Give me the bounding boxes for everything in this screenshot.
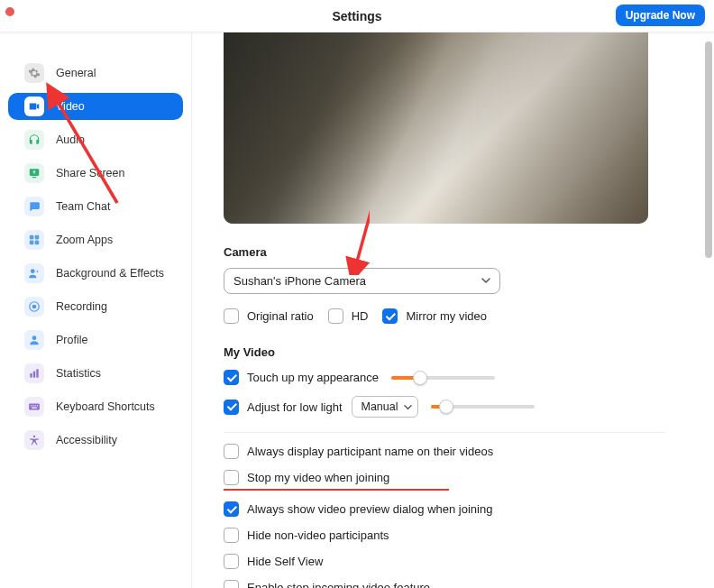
hd-checkbox[interactable]: HD: [328, 308, 369, 324]
sidebar-item-statistics[interactable]: Statistics: [8, 360, 183, 387]
svg-rect-1: [30, 235, 34, 240]
stats-icon: [24, 363, 44, 383]
option-label: Hide Self View: [247, 555, 323, 568]
annotation-underline: [224, 489, 449, 491]
video-icon: [24, 96, 44, 116]
sidebar-item-team-chat[interactable]: Team Chat: [8, 193, 183, 220]
sidebar-item-recording[interactable]: Recording: [8, 293, 183, 320]
window-title: Settings: [0, 9, 714, 23]
touch-up-slider[interactable]: [391, 376, 495, 380]
option-label: Always display participant name on their…: [247, 445, 493, 458]
sidebar-item-video[interactable]: Video: [8, 93, 183, 120]
chevron-down-icon: [481, 274, 490, 288]
svg-rect-14: [32, 405, 33, 406]
settings-sidebar: GeneralVideoAudioShare ScreenTeam ChatZo…: [0, 32, 192, 588]
sidebar-item-label: Statistics: [56, 367, 101, 380]
sidebar-item-label: Video: [56, 100, 85, 113]
original-ratio-label: Original ratio: [247, 309, 314, 323]
camera-heading: Camera: [224, 245, 682, 259]
sidebar-item-label: Team Chat: [56, 200, 110, 213]
keyboard-icon: [24, 397, 44, 417]
touch-up-label: Touch up my appearance: [247, 371, 379, 384]
chevron-down-icon: [404, 403, 412, 411]
chat-icon: [24, 197, 44, 216]
section-divider: [224, 432, 665, 433]
sidebar-item-share-screen[interactable]: Share Screen: [8, 160, 183, 187]
svg-point-5: [31, 269, 35, 273]
sidebar-item-keyboard-shortcuts[interactable]: Keyboard Shortcuts: [8, 393, 183, 420]
sidebar-item-label: Recording: [56, 300, 107, 313]
gear-icon: [24, 63, 44, 83]
screen-share-icon: [24, 163, 44, 183]
sidebar-item-profile[interactable]: Profile: [8, 326, 183, 354]
sidebar-item-label: Profile: [56, 334, 87, 346]
svg-point-7: [32, 305, 37, 309]
sidebar-item-zoom-apps[interactable]: Zoom Apps: [8, 226, 183, 253]
option-checkbox[interactable]: Always display participant name on their…: [224, 444, 493, 459]
option-label: Stop my video when joining: [247, 471, 389, 484]
window-close-dot[interactable]: [5, 7, 15, 16]
hd-label: HD: [352, 309, 369, 323]
low-light-checkbox[interactable]: Adjust for low light: [224, 400, 343, 415]
sidebar-item-audio[interactable]: Audio: [8, 126, 183, 153]
svg-rect-16: [37, 405, 38, 406]
option-label: Always show video preview dialog when jo…: [247, 502, 492, 516]
svg-rect-2: [35, 235, 40, 240]
content-scrollbar[interactable]: [705, 41, 712, 258]
sidebar-item-label: Share Screen: [56, 167, 124, 179]
original-ratio-checkbox[interactable]: Original ratio: [224, 308, 314, 324]
svg-rect-11: [36, 369, 38, 377]
touch-up-checkbox[interactable]: Touch up my appearance: [224, 370, 379, 385]
option-checkbox[interactable]: Always show video preview dialog when jo…: [224, 501, 492, 517]
low-light-mode-select[interactable]: Manual: [352, 396, 418, 418]
recording-icon: [24, 297, 44, 317]
low-light-label: Adjust for low light: [247, 400, 343, 414]
sidebar-item-general[interactable]: General: [8, 60, 183, 87]
sidebar-item-background-effects[interactable]: Background & Effects: [8, 260, 183, 287]
option-checkbox[interactable]: Enable stop incoming video feature: [224, 580, 430, 588]
svg-rect-17: [32, 408, 37, 409]
camera-select[interactable]: Sushan's iPhone Camera: [224, 268, 500, 294]
svg-rect-9: [30, 373, 32, 378]
svg-rect-15: [35, 405, 36, 406]
upgrade-button[interactable]: Upgrade Now: [616, 5, 705, 26]
sidebar-item-label: Accessibility: [56, 434, 117, 446]
accessibility-icon: [24, 430, 44, 450]
option-checkbox[interactable]: Hide non-video participants: [224, 528, 389, 543]
sidebar-item-label: Background & Effects: [56, 267, 164, 280]
svg-point-18: [33, 436, 35, 437]
svg-rect-4: [35, 241, 40, 245]
svg-rect-12: [29, 404, 40, 410]
svg-point-8: [32, 335, 37, 340]
sidebar-item-accessibility[interactable]: Accessibility: [8, 427, 183, 454]
sidebar-item-label: Audio: [56, 133, 85, 146]
headphones-icon: [24, 130, 44, 150]
sidebar-item-label: Zoom Apps: [56, 234, 113, 246]
close-dot-icon: [5, 7, 14, 16]
svg-rect-13: [31, 405, 32, 406]
option-checkbox[interactable]: Hide Self View: [224, 554, 323, 569]
my-video-heading: My Video: [224, 345, 682, 359]
video-preview: [224, 32, 648, 224]
option-label: Enable stop incoming video feature: [247, 581, 430, 588]
option-label: Hide non-video participants: [247, 528, 389, 542]
svg-rect-10: [33, 372, 35, 378]
profile-icon: [24, 330, 44, 350]
option-checkbox[interactable]: Stop my video when joining: [224, 470, 389, 485]
settings-content: Camera Sushan's iPhone Camera Original r…: [192, 32, 714, 588]
apps-icon: [24, 230, 44, 250]
low-light-slider[interactable]: [431, 405, 535, 409]
svg-rect-3: [30, 241, 34, 245]
effects-icon: [24, 263, 44, 283]
mirror-video-label: Mirror my video: [406, 309, 487, 323]
sidebar-item-label: Keyboard Shortcuts: [56, 400, 155, 413]
low-light-mode-value: Manual: [362, 400, 398, 413]
sidebar-item-label: General: [56, 67, 96, 79]
camera-select-value: Sushan's iPhone Camera: [233, 274, 366, 288]
mirror-video-checkbox[interactable]: Mirror my video: [382, 308, 487, 324]
titlebar: Settings Upgrade Now: [0, 0, 714, 32]
